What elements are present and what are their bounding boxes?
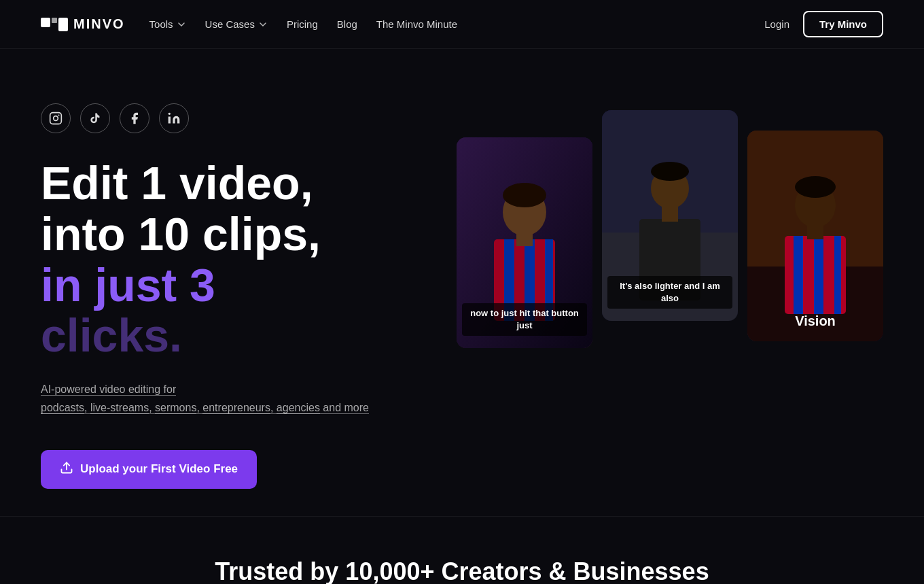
svg-rect-15 — [516, 233, 533, 246]
hero-categories: podcasts, live-streams, sermons, entrepr… — [41, 402, 369, 414]
svg-rect-3 — [50, 113, 62, 124]
logo[interactable]: MINVO — [41, 15, 125, 34]
tiktok-icon[interactable] — [80, 103, 110, 133]
nav-link-minvo-minute[interactable]: The Minvo Minute — [376, 18, 457, 30]
video-vision-label: Vision — [747, 313, 883, 329]
upload-icon — [60, 461, 73, 478]
svg-rect-1 — [52, 18, 57, 23]
svg-point-5 — [58, 115, 60, 116]
facebook-icon[interactable] — [120, 103, 149, 133]
hero-line1: Edit 1 video, — [41, 158, 448, 209]
svg-rect-2 — [58, 18, 68, 31]
try-minvo-button[interactable]: Try Minvo — [803, 11, 883, 37]
nav-item-minvo-minute[interactable]: The Minvo Minute — [376, 18, 457, 30]
instagram-icon[interactable] — [41, 103, 71, 133]
svg-point-4 — [54, 116, 58, 121]
video-thumb-1: now to just hit that button just — [457, 137, 592, 348]
hero-left: Edit 1 video, into 10 clips, in just 3 c… — [41, 90, 448, 489]
svg-rect-22 — [662, 205, 678, 222]
video-card-2: It's also lighter and I am also — [602, 110, 738, 321]
nav-item-pricing[interactable]: Pricing — [287, 18, 318, 30]
svg-point-6 — [168, 113, 171, 115]
svg-rect-0 — [41, 18, 50, 27]
upload-cta-label: Upload your First Video Free — [80, 462, 238, 476]
hero-video-cards: now to just hit that button just — [448, 90, 883, 489]
video-subtitle-2: It's also lighter and I am also — [607, 276, 732, 309]
hero-section: Edit 1 video, into 10 clips, in just 3 c… — [0, 49, 924, 516]
nav-links: Tools Use Cases Pricing — [149, 18, 458, 30]
nav-link-tools[interactable]: Tools — [149, 18, 186, 30]
chevron-down-icon-2 — [258, 20, 268, 29]
hero-line4: clicks. — [41, 310, 448, 361]
chevron-down-icon — [177, 20, 186, 29]
nav-item-tools[interactable]: Tools — [149, 18, 186, 30]
nav-link-usecases[interactable]: Use Cases — [205, 18, 268, 30]
video-card-1: now to just hit that button just — [457, 137, 592, 348]
video-card-3: Vision — [747, 131, 883, 341]
nav-item-usecases[interactable]: Use Cases — [205, 18, 268, 30]
svg-rect-28 — [794, 236, 803, 314]
linkedin-icon[interactable] — [159, 103, 189, 133]
video-thumb-2: It's also lighter and I am also — [602, 110, 738, 321]
person-svg-3 — [747, 131, 883, 341]
hero-line3: in just 3 — [41, 260, 448, 311]
hero-headline: Edit 1 video, into 10 clips, in just 3 c… — [41, 158, 448, 361]
logo-text: MINVO — [73, 16, 125, 32]
svg-point-33 — [795, 176, 836, 198]
nav-item-blog[interactable]: Blog — [337, 18, 357, 30]
trusted-section: Trusted by 10,000+ Creators & Businesses… — [0, 516, 924, 584]
logo-icon — [41, 15, 68, 34]
nav-left: MINVO Tools Use Cases — [41, 15, 457, 34]
login-button[interactable]: Login — [764, 18, 789, 30]
svg-rect-32 — [807, 224, 823, 239]
video-thumb-3: Vision — [747, 131, 883, 341]
trusted-title: Trusted by 10,000+ Creators & Businesses — [41, 557, 883, 584]
svg-rect-29 — [814, 236, 823, 314]
hero-subheading: AI-powered video editing for podcasts, l… — [41, 380, 448, 417]
upload-cta-button[interactable]: Upload your First Video Free — [41, 450, 257, 489]
navigation: MINVO Tools Use Cases — [0, 0, 924, 49]
social-icons-row — [41, 103, 448, 133]
nav-link-blog[interactable]: Blog — [337, 18, 357, 30]
nav-right: Login Try Minvo — [764, 11, 883, 37]
video-subtitle-1: now to just hit that button just — [462, 303, 587, 336]
hero-line2: into 10 clips, — [41, 209, 448, 260]
svg-point-23 — [651, 162, 689, 181]
svg-point-16 — [503, 183, 546, 207]
nav-link-pricing[interactable]: Pricing — [287, 18, 318, 30]
svg-rect-30 — [834, 236, 841, 314]
